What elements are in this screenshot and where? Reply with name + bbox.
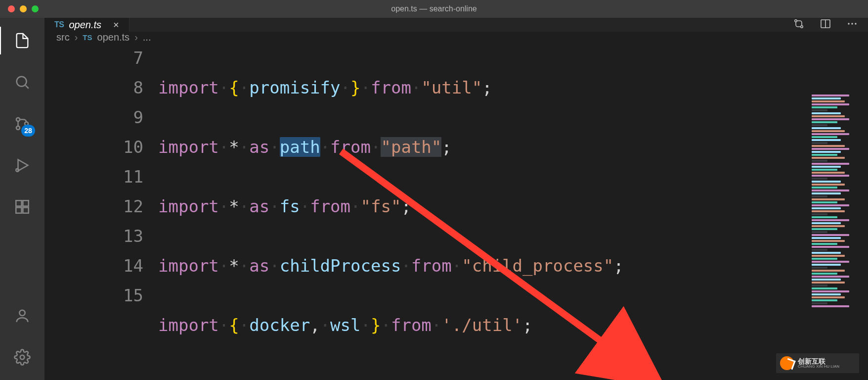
chevron-right-icon: › (134, 32, 138, 43)
editor-group: TS open.ts × src › TS open.ts › (44, 18, 868, 380)
line-number: 14 (44, 251, 143, 281)
svg-point-2 (16, 126, 20, 130)
breadcrumb-tail[interactable]: ... (143, 32, 151, 43)
svg-point-0 (17, 77, 27, 87)
svg-rect-8 (23, 207, 28, 213)
svg-point-1 (16, 118, 20, 121)
watermark: 创新互联 CHUANG XIN HU LIAN (776, 353, 859, 373)
breadcrumb-src[interactable]: src (56, 32, 70, 43)
line-number: 7 (44, 43, 143, 73)
svg-point-11 (20, 355, 25, 360)
line-number: 11 (44, 162, 143, 191)
line-number: 13 (44, 221, 143, 251)
code-area[interactable]: import·{·promisify·}·from·"util"; import… (158, 43, 868, 380)
close-icon[interactable]: × (113, 19, 119, 31)
typescript-icon: TS (54, 20, 64, 29)
svg-point-13 (801, 26, 803, 28)
window-maximize-button[interactable] (32, 5, 39, 12)
compare-changes-icon[interactable] (793, 18, 805, 32)
explorer-icon[interactable] (13, 32, 31, 49)
split-editor-icon[interactable] (820, 18, 831, 32)
breadcrumbs[interactable]: src › TS open.ts › ... (44, 32, 868, 43)
extensions-icon[interactable] (13, 198, 31, 216)
editor-toolbar (793, 18, 868, 32)
svg-point-10 (19, 310, 25, 316)
typescript-icon: TS (83, 33, 92, 42)
activity-bar: 28 (0, 18, 44, 380)
breadcrumb-file[interactable]: open.ts (97, 32, 130, 43)
svg-point-18 (855, 23, 856, 24)
watermark-subtext: CHUANG XIN HU LIAN (798, 365, 839, 369)
editor-body[interactable]: 7 8 9 10 11 12 13 14 15 import·{·promisi… (44, 43, 868, 380)
minimap[interactable] (809, 93, 868, 380)
svg-marker-4 (18, 160, 28, 171)
watermark-text: 创新互联 (798, 358, 839, 365)
svg-point-5 (16, 169, 19, 172)
window-close-button[interactable] (8, 5, 15, 12)
window-title: open.ts — search-online (391, 4, 477, 13)
tab-open-ts[interactable]: TS open.ts × (44, 18, 130, 32)
watermark-logo-icon (780, 356, 794, 370)
line-number: 10 (44, 132, 143, 162)
window-controls (8, 5, 39, 12)
svg-rect-9 (23, 200, 28, 206)
more-actions-icon[interactable] (846, 18, 858, 32)
source-control-icon[interactable]: 28 (13, 115, 31, 133)
accounts-icon[interactable] (13, 307, 31, 325)
title-bar: open.ts — search-online (0, 0, 868, 18)
tab-title: open.ts (69, 19, 101, 31)
line-number: 8 (44, 73, 143, 102)
svg-point-12 (795, 20, 797, 22)
window-minimize-button[interactable] (20, 5, 27, 12)
svg-rect-7 (16, 207, 21, 213)
svg-point-17 (851, 23, 853, 24)
line-number: 9 (44, 102, 143, 132)
source-control-badge: 28 (21, 125, 35, 137)
settings-gear-icon[interactable] (13, 348, 31, 366)
svg-rect-6 (16, 200, 21, 206)
run-debug-icon[interactable] (13, 156, 31, 174)
search-icon[interactable] (13, 73, 31, 91)
line-number-gutter: 7 8 9 10 11 12 13 14 15 (44, 43, 158, 380)
line-number: 12 (44, 191, 143, 221)
chevron-right-icon: › (75, 32, 78, 43)
svg-point-16 (848, 23, 849, 24)
line-number: 15 (44, 281, 143, 310)
tab-bar: TS open.ts × (44, 18, 868, 32)
